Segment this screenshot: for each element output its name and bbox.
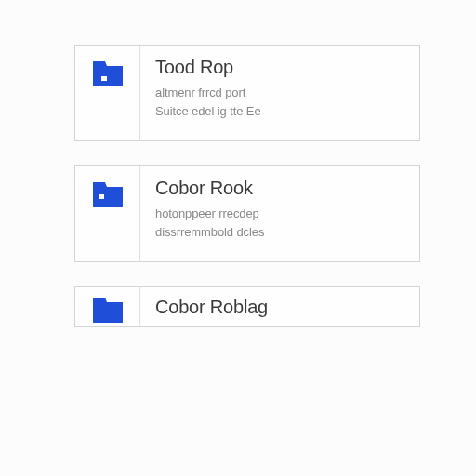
item-description-line: Suitce edel ig tte Ee — [155, 102, 404, 121]
list-item[interactable]: Cobor Roblag — [74, 286, 420, 327]
list-item[interactable]: Tood Rop altmenr frrcd port Suitce edel … — [74, 45, 420, 141]
item-content: Cobor Roblag — [140, 287, 419, 326]
item-icon-column — [75, 287, 140, 326]
list-item[interactable]: Cobor Rook hotonppeer rrecdep dissrremmb… — [74, 165, 420, 262]
folder-icon — [92, 60, 124, 92]
item-title: Cobor Roblag — [155, 297, 404, 318]
item-description-line: altmenr frrcd port — [155, 84, 404, 102]
item-title: Tood Rop — [155, 57, 404, 78]
item-description-line: dissrremmbold dcles — [155, 223, 404, 242]
folder-icon — [92, 181, 124, 213]
item-icon-column — [75, 166, 140, 261]
item-title: Cobor Rook — [155, 178, 404, 199]
item-content: Tood Rop altmenr frrcd port Suitce edel … — [140, 46, 419, 140]
item-content: Cobor Rook hotonppeer rrecdep dissrremmb… — [140, 166, 419, 261]
svg-rect-0 — [101, 76, 107, 81]
item-icon-column — [75, 46, 140, 140]
folder-icon — [92, 297, 124, 327]
svg-rect-1 — [99, 194, 104, 199]
item-description-line: hotonppeer rrecdep — [155, 205, 404, 223]
